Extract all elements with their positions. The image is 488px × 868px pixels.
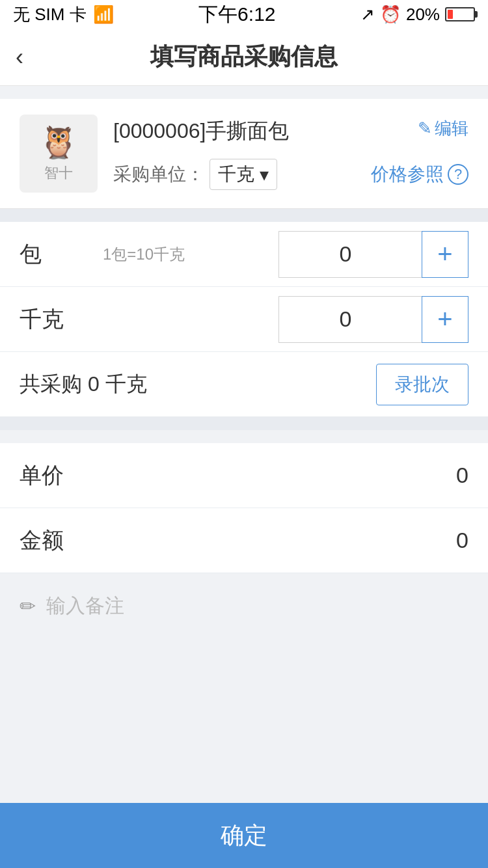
total-text: 共采购 0 千克 — [20, 370, 376, 399]
product-name: [0000006]手撕面包 — [113, 117, 289, 146]
amount-label: 金额 — [20, 526, 456, 556]
product-unit-row: 采购单位： 千克 ▾ 价格参照 ? — [113, 159, 468, 190]
kg-input-controls: + — [278, 296, 468, 343]
help-icon: ? — [448, 164, 468, 185]
nav-bar: ‹ 填写商品采购信息 — [0, 29, 488, 86]
location-icon: ↗ — [360, 5, 375, 25]
unit-select[interactable]: 千克 ▾ — [210, 159, 277, 190]
price-ref-btn[interactable]: 价格参照 ? — [371, 162, 468, 187]
dropdown-icon: ▾ — [260, 164, 269, 185]
section-divider-2 — [0, 417, 488, 430]
status-bar: 无 SIM 卡 📶 下午6:12 ↗ ⏰ 20% — [0, 0, 488, 29]
kg-plus-icon: + — [437, 305, 452, 334]
product-info: [0000006]手撕面包 ✎ 编辑 采购单位： 千克 ▾ 价格参照 ? — [113, 117, 468, 190]
unit-price-label: 单价 — [20, 461, 456, 491]
note-section[interactable]: ✏ 输入备注 — [0, 575, 488, 638]
product-image: 🦉 智十 — [20, 115, 98, 193]
status-left: 无 SIM 卡 📶 — [13, 3, 114, 26]
edit-label: 编辑 — [435, 117, 468, 140]
amount-value: 0 — [456, 528, 468, 553]
battery-fill — [448, 10, 453, 19]
unit-label: 采购单位： — [113, 162, 204, 187]
unit-price-value: 0 — [456, 463, 468, 488]
status-right: ↗ ⏰ 20% — [360, 5, 475, 25]
input-section: 包 1包=10千克 + 千克 + 共采购 0 千克 录批次 — [0, 222, 488, 417]
confirm-button-label: 确定 — [221, 820, 267, 852]
amount-row: 金额 0 — [0, 508, 488, 573]
section-divider-1 — [0, 209, 488, 222]
total-row: 共采购 0 千克 录批次 — [0, 352, 488, 417]
page-title: 填写商品采购信息 — [150, 41, 338, 73]
edit-link[interactable]: ✎ 编辑 — [418, 117, 468, 140]
sim-label: 无 SIM 卡 — [13, 3, 87, 26]
product-image-label: 智十 — [44, 163, 73, 183]
alarm-icon: ⏰ — [380, 5, 401, 25]
unit-price-row: 单价 0 — [0, 443, 488, 508]
product-info-top: [0000006]手撕面包 ✎ 编辑 — [113, 117, 468, 146]
bag-input-controls: + — [278, 231, 468, 278]
batch-button[interactable]: 录批次 — [376, 364, 468, 405]
bag-plus-icon: + — [437, 239, 452, 269]
back-button[interactable]: ‹ — [16, 44, 23, 71]
product-owl-icon: 🦉 — [39, 124, 78, 161]
bag-sublabel: 1包=10千克 — [103, 244, 278, 265]
kg-plus-button[interactable]: + — [422, 296, 468, 343]
product-card: 🦉 智十 [0000006]手撕面包 ✎ 编辑 采购单位： 千克 ▾ 价格参照 … — [0, 99, 488, 209]
bag-quantity-input[interactable] — [278, 231, 422, 278]
price-section: 单价 0 金额 0 — [0, 443, 488, 573]
battery-icon — [445, 7, 475, 21]
kg-input-row: 千克 + — [0, 287, 488, 352]
price-ref-label: 价格参照 — [371, 162, 444, 187]
kg-quantity-input[interactable] — [278, 296, 422, 343]
unit-value: 千克 — [218, 162, 254, 187]
status-time: 下午6:12 — [198, 1, 275, 28]
kg-label: 千克 — [20, 305, 98, 334]
bag-input-row: 包 1包=10千克 + — [0, 222, 488, 287]
bag-plus-button[interactable]: + — [422, 231, 468, 278]
battery-percent: 20% — [406, 5, 440, 25]
wifi-icon: 📶 — [93, 5, 114, 25]
note-icon: ✏ — [20, 595, 36, 617]
unit-selector-area: 采购单位： 千克 ▾ — [113, 159, 277, 190]
note-placeholder: 输入备注 — [46, 593, 124, 619]
edit-icon: ✎ — [418, 118, 432, 139]
confirm-button[interactable]: 确定 — [0, 803, 488, 868]
bag-label: 包 — [20, 239, 98, 269]
